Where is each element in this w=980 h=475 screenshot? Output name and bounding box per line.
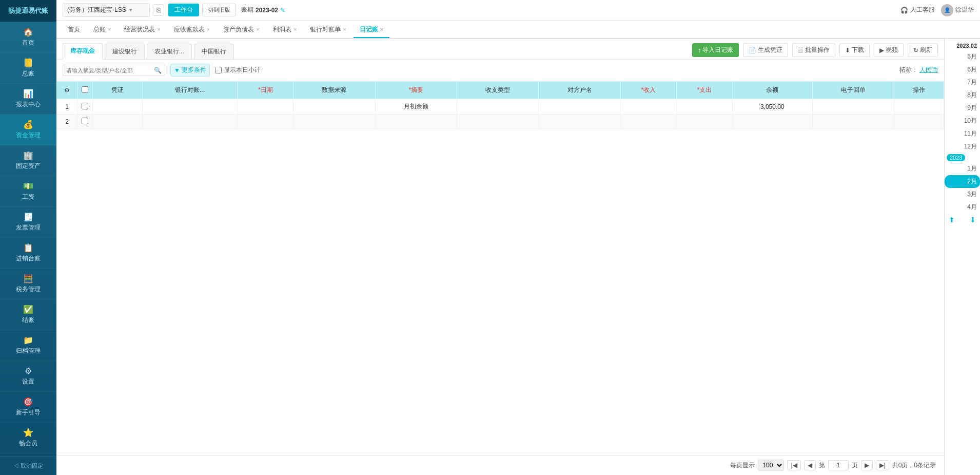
date-panel-month-4[interactable]: 4月 <box>945 201 980 214</box>
date-panel-month-12[interactable]: 12月 <box>945 140 980 153</box>
date-panel-month-3[interactable]: 3月 <box>945 188 980 201</box>
row-checkbox[interactable] <box>82 118 88 124</box>
date-panel-month-8[interactable]: 8月 <box>945 89 980 102</box>
tab-close-icon[interactable]: × <box>293 26 297 32</box>
date-panel-month-7[interactable]: 7月 <box>945 76 980 89</box>
date-nav-up-icon[interactable]: ⬆ <box>947 215 957 225</box>
row-checkbox-cell[interactable] <box>77 99 93 115</box>
tab-balance-sheet[interactable]: 资产负债表 × <box>217 22 265 38</box>
row-checkbox[interactable] <box>82 103 88 109</box>
date-panel-close-btn[interactable]: × <box>974 41 978 49</box>
tab-bar: 首页 总账 × 经营状况表 × 应收账款表 × 资产负债表 × 利润表 × 银行… <box>56 21 980 39</box>
archive-icon: 📁 <box>23 335 33 345</box>
per-page-select[interactable]: 100 50 200 <box>758 460 784 471</box>
bank-tab-agriculture[interactable]: 农业银行... <box>147 44 192 59</box>
search-icon: 🔍 <box>154 67 162 74</box>
tab-receivable[interactable]: 应收账款表 × <box>168 22 216 38</box>
show-today-checkbox[interactable] <box>215 67 222 73</box>
tab-home[interactable]: 首页 <box>62 22 86 38</box>
date-panel-month-11[interactable]: 11月 <box>945 127 980 140</box>
sidebar-item-close[interactable]: ✅ 结账 <box>0 299 56 330</box>
tab-journal[interactable]: 日记账 × <box>354 22 389 38</box>
customer-service-btn[interactable]: 🎧 人工客服 <box>900 6 935 14</box>
refresh-btn[interactable]: ↻ 刷新 <box>908 43 938 57</box>
select-all-checkbox[interactable] <box>82 86 88 93</box>
tab-close-icon[interactable]: × <box>157 26 160 32</box>
document-icon: 📄 <box>749 47 756 54</box>
currency-selector[interactable]: 人民币 <box>919 66 938 73</box>
checkbox-col-header <box>77 82 93 99</box>
last-page-btn[interactable]: ▶| <box>876 460 889 470</box>
sidebar-item-home[interactable]: 🏠 首页 <box>0 22 56 53</box>
tab-close-icon[interactable]: × <box>343 26 346 32</box>
old-version-btn[interactable]: 切到旧版 <box>202 4 236 16</box>
date-panel-month-9[interactable]: 9月 <box>945 102 980 115</box>
date-panel-month-2[interactable]: 2月 <box>945 175 980 188</box>
currency-label: 拓称： 人民币 <box>899 66 938 74</box>
bank-tab-cash[interactable]: 库存现金 <box>63 43 103 60</box>
user-name: 徐温华 <box>955 6 974 14</box>
tab-bank-statement[interactable]: 银行对账单 × <box>304 22 352 38</box>
page-input[interactable] <box>828 460 849 470</box>
page-label: 第 <box>819 461 825 470</box>
sidebar-item-label: 工资 <box>22 193 34 201</box>
sidebar: 畅捷通易代账 🏠 首页 📒 总账 📊 报表中心 💰 资金管理 🏢 固定资产 💵 … <box>0 0 56 475</box>
sidebar-item-finance[interactable]: 💰 资金管理 <box>0 115 56 145</box>
voucher-col-header: 凭证 <box>93 82 143 99</box>
import-journal-btn[interactable]: ↑ 导入日记账 <box>692 43 739 57</box>
settings-icon: ⚙ <box>25 366 32 376</box>
sidebar-item-salary[interactable]: 💵 工资 <box>0 176 56 207</box>
year-badge: 2023 <box>947 154 965 161</box>
batch-operate-btn[interactable]: ☰ 批量操作 <box>792 43 835 57</box>
sidebar-unpin-btn[interactable]: ◁ 取消固定 <box>0 457 56 475</box>
period-value: 2023-02 <box>256 7 278 14</box>
company-selector[interactable]: (劳务）江西超宝-LSS ▼ <box>63 3 150 17</box>
next-page-btn[interactable]: ▶ <box>861 460 873 470</box>
prev-page-btn[interactable]: ◀ <box>804 460 816 470</box>
sidebar-item-member[interactable]: ⭐ 畅会员 <box>0 423 56 453</box>
tab-business-status[interactable]: 经营状况表 × <box>118 22 166 38</box>
download-btn[interactable]: ⬇ 下载 <box>839 43 870 57</box>
user-profile-btn[interactable]: 👤 徐温华 <box>941 4 974 16</box>
workbench-btn[interactable]: 工作台 <box>168 4 199 16</box>
date-panel-month-5[interactable]: 5月 <box>945 50 980 63</box>
tab-close-icon[interactable]: × <box>256 26 259 32</box>
search-input-wrap[interactable]: 🔍 <box>63 65 165 76</box>
date-panel-month-1[interactable]: 1月 <box>945 162 980 175</box>
sidebar-item-assets[interactable]: 🏢 固定资产 <box>0 145 56 176</box>
sidebar-item-stock[interactable]: 📋 进销台账 <box>0 238 56 269</box>
first-page-btn[interactable]: |◀ <box>787 460 800 470</box>
sidebar-item-invoice[interactable]: 🧾 发票管理 <box>0 207 56 238</box>
sidebar-item-reports[interactable]: 📊 报表中心 <box>0 84 56 115</box>
tab-close-icon[interactable]: × <box>108 26 111 32</box>
show-today-checkbox-label[interactable]: 显示本日小计 <box>215 66 261 74</box>
sidebar-item-guide[interactable]: 🎯 新手引导 <box>0 392 56 423</box>
search-input[interactable] <box>66 67 152 73</box>
sidebar-item-settings[interactable]: ⚙ 设置 <box>0 361 56 392</box>
sidebar-item-archive[interactable]: 📁 归档管理 <box>0 330 56 361</box>
date-nav-down-icon[interactable]: ⬇ <box>968 215 978 225</box>
bank-tab-china[interactable]: 中国银行 <box>194 44 234 59</box>
refresh-icon: ↻ <box>913 47 918 54</box>
tab-profit[interactable]: 利润表 × <box>267 22 303 38</box>
date-panel-month-10[interactable]: 10月 <box>945 115 980 127</box>
tab-ledger[interactable]: 总账 × <box>87 22 117 38</box>
filter-icon: ▼ <box>174 67 180 74</box>
bank-tab-construction[interactable]: 建设银行 <box>105 44 145 59</box>
tab-close-icon[interactable]: × <box>380 26 383 32</box>
more-conditions-btn[interactable]: ▼ 更多条件 <box>170 64 210 77</box>
summary-col-header: *摘要 <box>375 82 457 99</box>
row-checkbox-cell[interactable] <box>77 115 93 129</box>
action-col-header: 操作 <box>894 82 944 99</box>
bank-reconcile-cell <box>142 115 238 129</box>
content-area: 库存现金 建设银行 农业银行... 中国银行 ↑ 导入日记账 <box>56 39 980 475</box>
tab-close-icon[interactable]: × <box>207 26 210 32</box>
sidebar-item-ledger[interactable]: 📒 总账 <box>0 53 56 84</box>
video-btn[interactable]: ▶ 视频 <box>874 43 904 57</box>
date-panel-month-6[interactable]: 6月 <box>945 63 980 76</box>
counterpart-col-header: 对方户名 <box>539 82 620 99</box>
copy-btn[interactable]: ⎘ <box>153 4 164 16</box>
sidebar-item-tax[interactable]: 🧮 税务管理 <box>0 269 56 299</box>
period-edit-icon[interactable]: ✎ <box>280 7 285 14</box>
generate-voucher-btn[interactable]: 📄 生成凭证 <box>743 43 788 57</box>
